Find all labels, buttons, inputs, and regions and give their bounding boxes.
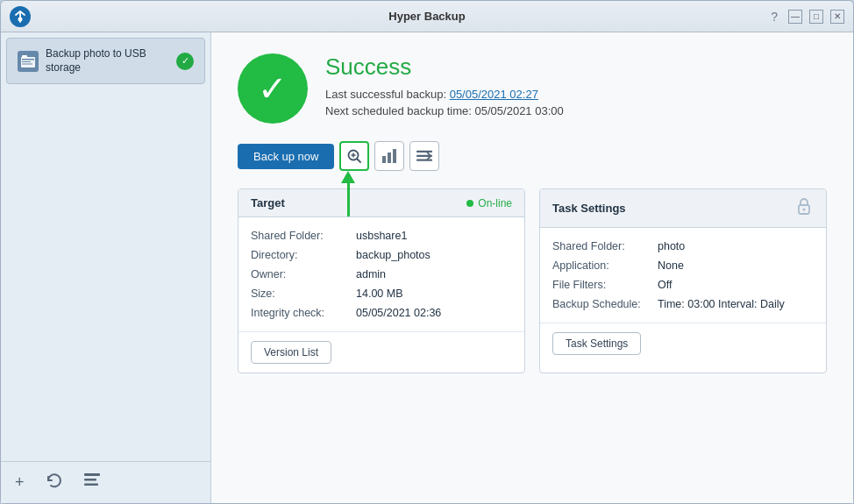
svg-rect-15 bbox=[388, 153, 391, 163]
row-value: None bbox=[658, 259, 684, 272]
target-table-header: Target On-line bbox=[238, 189, 524, 217]
table-row: Size: 14.00 MB bbox=[251, 284, 512, 303]
log-button[interactable] bbox=[81, 469, 103, 496]
table-row: Application: None bbox=[552, 256, 814, 275]
svg-rect-9 bbox=[84, 484, 98, 486]
row-value: Off bbox=[658, 279, 672, 291]
online-status: On-line bbox=[466, 197, 512, 209]
online-label: On-line bbox=[478, 197, 512, 209]
minimize-button[interactable]: — bbox=[788, 10, 802, 24]
version-list-button[interactable]: Version List bbox=[251, 341, 331, 364]
status-title: Success bbox=[325, 53, 827, 81]
window-title: Hyper Backup bbox=[388, 10, 465, 23]
lock-icon bbox=[794, 196, 814, 220]
task-settings-button[interactable]: Task Settings bbox=[552, 332, 641, 355]
sidebar-footer: + bbox=[1, 461, 210, 503]
task-settings-title: Task Settings bbox=[552, 202, 626, 215]
browse-backup-button[interactable] bbox=[339, 141, 369, 171]
row-value: usbshare1 bbox=[356, 230, 407, 242]
last-backup-time[interactable]: 05/05/2021 02:27 bbox=[450, 88, 538, 101]
svg-rect-17 bbox=[416, 151, 432, 153]
row-value: photo bbox=[658, 240, 685, 252]
row-label: Integrity check: bbox=[251, 307, 356, 319]
tables-row: Target On-line Shared Folder: usbshare1 … bbox=[238, 188, 827, 373]
status-section: ✓ Success Last successful backup: 05/05/… bbox=[238, 53, 827, 124]
next-backup-line: Next scheduled backup time: 05/05/2021 0… bbox=[325, 104, 827, 117]
svg-rect-3 bbox=[22, 55, 27, 58]
svg-point-22 bbox=[804, 209, 805, 210]
row-value: 05/05/2021 02:36 bbox=[356, 307, 441, 319]
row-label: Shared Folder: bbox=[251, 230, 356, 242]
target-table-body: Shared Folder: usbshare1 Directory: back… bbox=[238, 217, 524, 331]
svg-point-1 bbox=[18, 17, 23, 21]
more-options-button[interactable] bbox=[409, 141, 439, 171]
table-row: Backup Schedule: Time: 03:00 Interval: D… bbox=[552, 295, 814, 314]
table-row: Shared Folder: usbshare1 bbox=[251, 226, 512, 245]
svg-rect-19 bbox=[416, 160, 432, 161]
help-button[interactable]: ? bbox=[767, 10, 781, 24]
target-table-title: Target bbox=[251, 196, 285, 209]
row-value: Time: 03:00 Interval: Daily bbox=[658, 298, 785, 310]
sidebar-item-label: Backup photo to USB storage bbox=[46, 47, 169, 75]
row-label: Directory: bbox=[251, 249, 356, 261]
row-label: Shared Folder: bbox=[552, 240, 658, 252]
table-row: Owner: admin bbox=[251, 265, 512, 284]
task-settings-table-body: Shared Folder: photo Application: None F… bbox=[540, 228, 826, 323]
row-label: Size: bbox=[251, 287, 356, 300]
table-row: Integrity check: 05/05/2021 02:36 bbox=[251, 303, 512, 323]
titlebar-left bbox=[10, 6, 31, 27]
row-value: backup_photos bbox=[356, 249, 431, 261]
add-task-button[interactable]: + bbox=[11, 469, 28, 496]
sidebar: Backup photo to USB storage ✓ + bbox=[1, 32, 211, 503]
row-label: Backup Schedule: bbox=[552, 298, 658, 310]
svg-rect-14 bbox=[382, 156, 386, 163]
app-icon bbox=[10, 6, 31, 27]
task-settings-header: Task Settings bbox=[540, 189, 826, 228]
svg-rect-7 bbox=[84, 473, 100, 476]
back-up-now-button[interactable]: Back up now bbox=[238, 144, 334, 169]
close-button[interactable]: ✕ bbox=[830, 10, 844, 24]
online-dot bbox=[466, 200, 473, 207]
last-backup-label: Last successful backup: bbox=[325, 88, 446, 101]
table-row: File Filters: Off bbox=[552, 275, 814, 295]
svg-rect-6 bbox=[22, 63, 32, 64]
maximize-button[interactable]: □ bbox=[809, 10, 823, 24]
status-info: Success Last successful backup: 05/05/20… bbox=[325, 53, 827, 121]
window-controls: ? — □ ✕ bbox=[767, 10, 844, 24]
svg-rect-8 bbox=[84, 479, 96, 481]
content-area: ✓ Success Last successful backup: 05/05/… bbox=[211, 32, 853, 503]
row-label: File Filters: bbox=[552, 279, 658, 291]
main-content: Backup photo to USB storage ✓ + bbox=[1, 32, 853, 503]
sidebar-item-backup[interactable]: Backup photo to USB storage ✓ bbox=[6, 38, 205, 84]
target-table: Target On-line Shared Folder: usbshare1 … bbox=[238, 188, 525, 373]
target-table-footer: Version List bbox=[238, 331, 524, 373]
svg-rect-16 bbox=[393, 149, 396, 163]
svg-rect-5 bbox=[22, 61, 31, 62]
row-value: admin bbox=[356, 268, 386, 280]
svg-rect-4 bbox=[22, 59, 34, 60]
svg-line-11 bbox=[358, 160, 361, 163]
sidebar-item-icon bbox=[18, 51, 39, 72]
table-row: Shared Folder: photo bbox=[552, 237, 814, 256]
row-value: 14.00 MB bbox=[356, 287, 403, 300]
sidebar-status-check: ✓ bbox=[176, 53, 194, 70]
arrow-indicator bbox=[341, 171, 355, 217]
statistics-button[interactable] bbox=[374, 141, 404, 171]
restore-button[interactable] bbox=[42, 469, 67, 496]
actions-row: Back up now bbox=[238, 141, 827, 171]
last-backup-line: Last successful backup: 05/05/2021 02:27 bbox=[325, 88, 827, 101]
checkmark-icon: ✓ bbox=[258, 71, 288, 106]
task-settings-table: Task Settings Shared Folder bbox=[539, 188, 827, 373]
table-row: Directory: backup_photos bbox=[251, 245, 512, 265]
row-label: Application: bbox=[552, 259, 658, 272]
success-icon: ✓ bbox=[238, 53, 308, 124]
row-label: Owner: bbox=[251, 268, 356, 280]
main-window: Hyper Backup ? — □ ✕ Backu bbox=[0, 0, 854, 504]
titlebar: Hyper Backup ? — □ ✕ bbox=[1, 1, 853, 32]
arrow-shaft bbox=[347, 181, 350, 217]
task-settings-footer: Task Settings bbox=[540, 323, 826, 364]
